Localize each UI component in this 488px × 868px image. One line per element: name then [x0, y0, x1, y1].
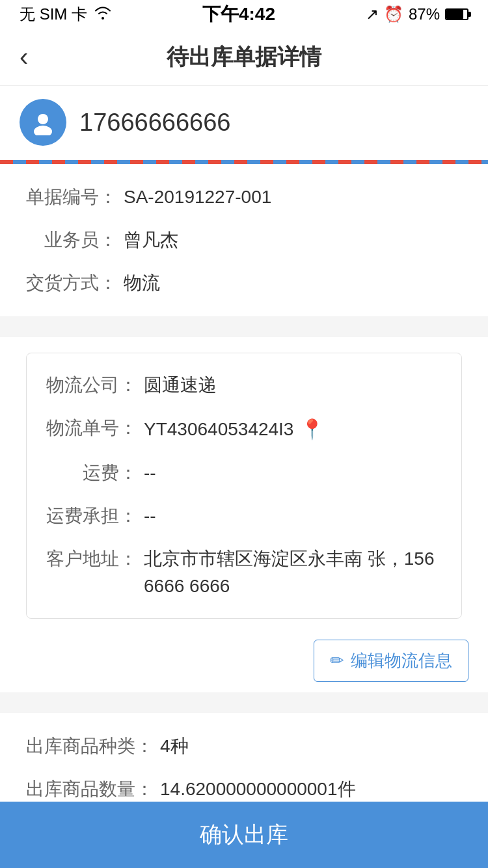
- goods-category-label: 出库商品种类：: [26, 733, 154, 760]
- user-card: 17666666666: [0, 86, 488, 159]
- logistics-company-label: 物流公司：: [46, 372, 137, 399]
- status-left: 无 SIM 卡: [20, 4, 112, 25]
- logistics-card: 物流公司： 圆通速递 物流单号： YT43064053424I3 📍 运费： -…: [26, 353, 462, 619]
- user-phone: 17666666666: [79, 109, 230, 137]
- edit-button-container: ✏ 编辑物流信息: [0, 629, 488, 692]
- separator-1: [0, 327, 488, 337]
- logistics-company-row: 物流公司： 圆通速递: [46, 372, 442, 399]
- edit-logistics-button[interactable]: ✏ 编辑物流信息: [314, 640, 468, 682]
- status-right: ↗ ⏰ 87%: [366, 5, 468, 23]
- tracking-number-value: YT43064053424I3 📍: [144, 414, 442, 444]
- status-bar: 无 SIM 卡 下午4:42 ↗ ⏰ 87%: [0, 0, 488, 29]
- battery-text: 87%: [409, 5, 440, 23]
- tracking-number-row: 物流单号： YT43064053424I3 📍: [46, 414, 442, 444]
- separator-2: [0, 703, 488, 713]
- freight-bearer-label: 运费承担：: [46, 502, 137, 530]
- map-pin-icon[interactable]: 📍: [300, 414, 324, 444]
- alarm-icon: ⏰: [384, 5, 403, 23]
- svg-point-1: [34, 126, 52, 135]
- goods-quantity-row: 出库商品数量： 14.620000000000001件: [26, 776, 462, 803]
- back-button[interactable]: ‹: [20, 42, 28, 72]
- delivery-method-value: 物流: [124, 269, 462, 297]
- goods-category-value: 4种: [160, 733, 462, 760]
- carrier-text: 无 SIM 卡: [20, 4, 87, 25]
- customer-address-value: 北京市市辖区海淀区永丰南 张，156 6666 6666: [144, 545, 442, 600]
- logistics-section: 物流公司： 圆通速递 物流单号： YT43064053424I3 📍 运费： -…: [0, 337, 488, 692]
- battery-icon: [445, 8, 468, 20]
- salesperson-label: 业务员：: [26, 226, 117, 254]
- page-title: 待出库单据详情: [167, 42, 321, 72]
- edit-button-label: 编辑物流信息: [351, 649, 452, 672]
- freight-label: 运费：: [46, 459, 137, 487]
- salesperson-value: 曾凡杰: [124, 226, 462, 254]
- document-number-row: 单据编号： SA-20191227-001: [26, 183, 462, 211]
- freight-bearer-value: --: [144, 502, 442, 530]
- freight-value: --: [144, 459, 442, 487]
- nav-bar: ‹ 待出库单据详情: [0, 29, 488, 86]
- salesperson-row: 业务员： 曾凡杰: [26, 226, 462, 254]
- customer-address-label: 客户地址：: [46, 545, 137, 573]
- document-info-section: 单据编号： SA-20191227-001 业务员： 曾凡杰 交货方式： 物流: [0, 164, 488, 316]
- delivery-method-label: 交货方式：: [26, 269, 117, 297]
- document-number-value: SA-20191227-001: [124, 183, 462, 211]
- svg-point-0: [38, 114, 48, 124]
- tracking-number-label: 物流单号：: [46, 414, 137, 442]
- freight-bearer-row: 运费承担： --: [46, 502, 442, 530]
- delivery-method-row: 交货方式： 物流: [26, 269, 462, 297]
- freight-row: 运费： --: [46, 459, 442, 487]
- goods-quantity-value: 14.620000000000001件: [160, 776, 462, 803]
- document-number-label: 单据编号：: [26, 183, 117, 211]
- confirm-button[interactable]: 确认出库: [0, 802, 488, 868]
- status-time: 下午4:42: [202, 2, 275, 27]
- edit-icon: ✏: [330, 651, 344, 671]
- goods-quantity-label: 出库商品数量：: [26, 776, 154, 803]
- logistics-company-value: 圆通速递: [144, 372, 442, 399]
- avatar: [20, 99, 66, 146]
- location-arrow-icon: ↗: [366, 5, 379, 23]
- goods-category-row: 出库商品种类： 4种: [26, 733, 462, 760]
- wifi-icon: [94, 5, 112, 23]
- customer-address-row: 客户地址： 北京市市辖区海淀区永丰南 张，156 6666 6666: [46, 545, 442, 600]
